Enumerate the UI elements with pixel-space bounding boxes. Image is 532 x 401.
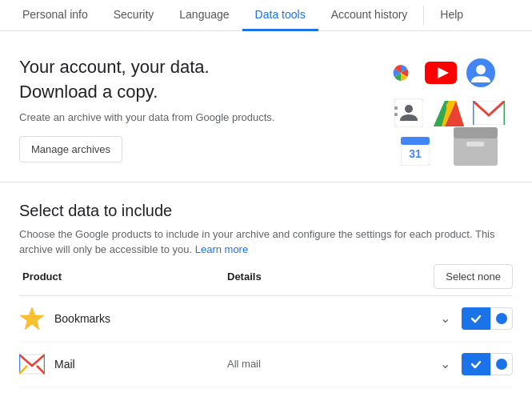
mail-toggle-check[interactable] bbox=[462, 353, 490, 375]
svg-point-4 bbox=[476, 65, 486, 74]
svg-rect-22 bbox=[454, 127, 498, 138]
product-mail-cell: Mail bbox=[19, 351, 227, 377]
product-bookmarks-cell: Bookmarks bbox=[19, 306, 227, 331]
hero-text: Your account, your data. Download a copy… bbox=[19, 55, 274, 162]
mail-toggle-dot bbox=[496, 359, 507, 370]
manage-archives-button[interactable]: Manage archives bbox=[19, 136, 122, 162]
contacts-icon bbox=[393, 97, 425, 129]
mail-toggle-cell: ⌄ bbox=[417, 353, 513, 375]
select-none-button[interactable]: Select none bbox=[434, 264, 513, 289]
google-drive-icon bbox=[433, 97, 465, 129]
mail-details: All mail bbox=[227, 358, 417, 370]
tab-language[interactable]: Language bbox=[166, 0, 242, 31]
svg-rect-8 bbox=[394, 113, 398, 116]
hero-title: Your account, your data. Download a copy… bbox=[19, 55, 274, 105]
bookmarks-toggle[interactable] bbox=[462, 307, 513, 330]
tab-personal-info[interactable]: Personal info bbox=[10, 0, 101, 31]
select-data-title: Select data to include bbox=[19, 202, 513, 220]
svg-rect-23 bbox=[466, 142, 484, 146]
google-account-icon bbox=[465, 57, 497, 89]
bookmarks-toggle-cell: ⌄ bbox=[417, 307, 513, 330]
tab-account-history[interactable]: Account history bbox=[318, 0, 421, 31]
archive-box-icon bbox=[454, 127, 498, 166]
bookmarks-toggle-check[interactable] bbox=[462, 307, 490, 330]
mail-toggle[interactable] bbox=[462, 353, 513, 375]
nav-tabs: Personal info Security Language Data too… bbox=[0, 0, 532, 31]
select-data-description: Choose the Google products to include in… bbox=[19, 227, 513, 258]
bookmarks-toggle-slider[interactable] bbox=[490, 307, 513, 330]
nav-divider bbox=[423, 6, 424, 25]
bookmarks-toggle-dot bbox=[496, 313, 507, 324]
tab-help[interactable]: Help bbox=[427, 0, 476, 31]
tab-security[interactable]: Security bbox=[101, 0, 167, 31]
bookmarks-icon bbox=[19, 306, 45, 331]
product-icons-cluster: 31 bbox=[385, 57, 513, 161]
select-data-section: Select data to include Choose the Google… bbox=[0, 182, 532, 387]
svg-text:31: 31 bbox=[409, 147, 422, 160]
bookmarks-label: Bookmarks bbox=[54, 312, 110, 325]
bookmarks-chevron[interactable]: ⌄ bbox=[440, 311, 450, 326]
hero-description: Create an archive with your data from Go… bbox=[19, 111, 274, 123]
google-photos-icon bbox=[385, 57, 417, 89]
mail-icon bbox=[19, 351, 45, 377]
checkmark-icon bbox=[470, 358, 482, 371]
svg-marker-24 bbox=[20, 307, 44, 330]
hero-section: Your account, your data. Download a copy… bbox=[0, 31, 532, 182]
column-details-header: Details bbox=[227, 271, 417, 283]
google-calendar-icon: 31 bbox=[401, 137, 430, 166]
mail-chevron[interactable]: ⌄ bbox=[440, 356, 450, 371]
table-header: Product Details Select none bbox=[19, 258, 513, 296]
learn-more-link[interactable]: Learn more bbox=[195, 243, 248, 255]
table-row: Bookmarks ⌄ bbox=[19, 296, 513, 342]
tab-data-tools[interactable]: Data tools bbox=[242, 0, 318, 31]
gmail-icon bbox=[473, 97, 505, 129]
svg-point-6 bbox=[405, 105, 413, 113]
column-product-header: Product bbox=[19, 271, 227, 283]
svg-rect-7 bbox=[394, 106, 398, 110]
youtube-icon bbox=[425, 57, 457, 89]
checkmark-icon bbox=[470, 312, 482, 325]
mail-label: Mail bbox=[54, 358, 75, 371]
svg-rect-19 bbox=[401, 137, 430, 145]
svg-rect-21 bbox=[454, 137, 498, 166]
mail-toggle-slider[interactable] bbox=[490, 353, 513, 375]
table-row: Mail All mail ⌄ bbox=[19, 342, 513, 387]
column-action-header: Select none bbox=[417, 264, 513, 289]
